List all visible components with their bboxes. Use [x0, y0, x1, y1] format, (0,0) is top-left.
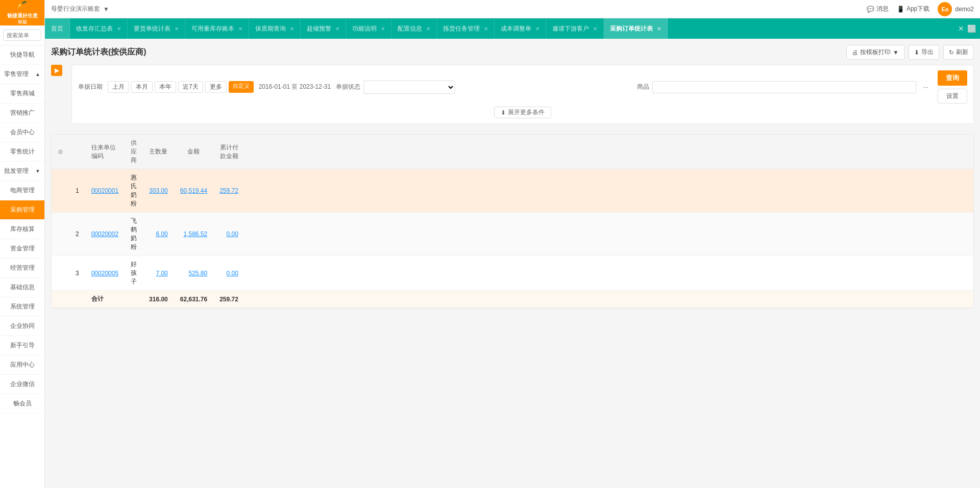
tab-yaoqing-label: 邀请下游客户 — [552, 24, 589, 33]
row-paid: 0.00 — [213, 256, 244, 291]
date-this-year-btn[interactable]: 本年 — [155, 81, 176, 93]
goods-filter-label: 商品 — [637, 83, 649, 91]
tab-shoufuhuizong[interactable]: 收发存汇总表 ✕ — [70, 18, 128, 39]
tab-gongneng-label: 功能说明 — [352, 24, 377, 33]
tab-peihuorenwu[interactable]: 拣货任务管理 ✕ — [437, 18, 495, 39]
tab-close-icon[interactable]: ✕ — [175, 26, 179, 32]
tab-close-icon[interactable]: ✕ — [238, 26, 242, 32]
row-supplier: 惠氏奶粉 — [125, 169, 143, 213]
tab-yaoqing[interactable]: 邀请下游客户 ✕ — [546, 18, 604, 39]
tab-yaohuo[interactable]: 要货单统计表 ✕ — [128, 18, 185, 39]
row-amount: 60,519.44 — [174, 169, 213, 213]
tab-close-icon[interactable]: ✕ — [657, 26, 661, 32]
tab-baozhi[interactable]: 保质期查询 ✕ — [249, 18, 301, 39]
tab-chengbentiaozheng[interactable]: 成本调整单 ✕ — [495, 18, 546, 39]
row-code: 00020002 — [85, 213, 125, 256]
sidebar-item-xitong[interactable]: 系统管理 — [0, 297, 44, 317]
search-input[interactable] — [3, 30, 41, 41]
sidebar-item-zijinguanli[interactable]: 资金管理 — [0, 239, 44, 259]
chevron-down-icon: ▼ — [35, 168, 40, 174]
app-download-btn[interactable]: 📱 App下载 — [897, 5, 929, 13]
workspace-dropdown-icon[interactable]: ▼ — [103, 6, 109, 13]
workspace-label: 母婴行业演示账套 — [51, 5, 100, 13]
sidebar-item-jingyingguanli[interactable]: 经营管理 — [0, 259, 44, 278]
tab-keyongliang[interactable]: 可用量库存账本 ✕ — [185, 18, 249, 39]
row-code-link[interactable]: 00020001 — [91, 187, 118, 194]
print-button[interactable]: 🖨 按模板打印 ▼ — [846, 45, 904, 60]
col-settings-icon[interactable]: ⚙ — [58, 148, 63, 156]
tab-maximize-icon[interactable]: ⬜ — [967, 24, 976, 33]
tab-peizhi[interactable]: 配置信息 ✕ — [391, 18, 437, 39]
table-footer-row: 合计 316.00 62,631.76 259.72 — [52, 291, 973, 308]
sidebar-item-changhui[interactable]: 畅会员 — [0, 394, 44, 414]
sidebar-item-lingsoushangcheng[interactable]: 零售商城 — [0, 84, 44, 104]
row-paid: 259.72 — [213, 169, 244, 213]
tab-caigoudindan[interactable]: 采购订单统计表 ✕ — [604, 18, 668, 39]
row-qty: 7.00 — [143, 256, 174, 291]
expand-conditions-btn[interactable]: ⬇ 展开更多条件 — [494, 107, 551, 118]
sidebar-item-yingxiaotuiguang[interactable]: 营销推广 — [0, 104, 44, 123]
sidebar-item-kuaijiedaohang[interactable]: 快捷导航 — [0, 45, 44, 65]
footer-qty: 316.00 — [143, 291, 174, 308]
tab-close-icon[interactable]: ✕ — [117, 26, 121, 32]
export-button[interactable]: ⬇ 导出 — [909, 45, 939, 60]
tab-home[interactable]: 首页 — [45, 18, 70, 39]
tab-close-icon[interactable]: ✕ — [535, 26, 540, 32]
main-area: 母婴行业演示账套 ▼ 💬 消息 📱 App下载 Ea demo2 首页 收发存汇… — [45, 0, 980, 488]
sidebar-item-xinshou[interactable]: 新手引导 — [0, 336, 44, 355]
status-filter-select[interactable] — [363, 81, 455, 94]
message-btn[interactable]: 💬 消息 — [867, 5, 889, 13]
sidebar-item-qiyeweixin[interactable]: 企业微信 — [0, 375, 44, 394]
sidebar-item-lingshoutongji[interactable]: 零售统计 — [0, 142, 44, 162]
status-filter-label: 单据状态 — [336, 83, 360, 91]
tab-close-icon[interactable]: ✕ — [290, 26, 294, 32]
row-paid: 0.00 — [213, 213, 244, 256]
sidebar-item-huiyuanzhongxin[interactable]: 会员中心 — [0, 123, 44, 142]
date-more-btn[interactable]: 更多 — [205, 81, 227, 93]
sidebar-item-jichu[interactable]: 基础信息 — [0, 278, 44, 297]
tab-chaochuyujing[interactable]: 超储预警 ✕ — [301, 18, 346, 39]
settings-button[interactable]: 设置 — [938, 89, 967, 104]
tab-close-icon[interactable]: ✕ — [593, 26, 597, 32]
row-code: 00020005 — [85, 256, 125, 291]
date-last-month-btn[interactable]: 上月 — [108, 81, 129, 93]
sidebar-item-qiyexietong[interactable]: 企业协同 — [0, 317, 44, 336]
sidebar-item-lingshougaunli[interactable]: 零售管理 ▲ — [0, 65, 44, 84]
row-amount: 1,586.52 — [174, 213, 213, 256]
table-row[interactable]: 2 00020002 飞鹤奶粉 6.00 1,586.52 — [52, 213, 973, 256]
date-filter-label: 单据日期 — [78, 83, 103, 91]
app-logo: 🍊 畅捷通好生意 标版 — [0, 0, 44, 25]
table-row[interactable]: 3 00020005 好孩子 7.00 525.80 — [52, 256, 973, 291]
date-this-month-btn[interactable]: 本月 — [131, 81, 153, 93]
date-last7-btn[interactable]: 近7天 — [178, 81, 203, 93]
table-row[interactable]: 1 00020001 惠氏奶粉 303.00 60,519.44 — [52, 169, 973, 213]
tab-close-icon[interactable]: ✕ — [426, 26, 430, 32]
user-badge[interactable]: Ea demo2 — [938, 2, 974, 16]
tab-close-icon[interactable]: ✕ — [484, 26, 488, 32]
goods-filter-input[interactable] — [652, 81, 916, 93]
tabbar: 首页 收发存汇总表 ✕ 要货单统计表 ✕ 可用量库存账本 ✕ 保质期查询 ✕ 超… — [45, 18, 980, 39]
sidebar-item-caigouguanli[interactable]: 采购管理 — [0, 200, 44, 220]
query-button[interactable]: 查询 — [938, 70, 967, 86]
tab-close-all-icon[interactable]: ✕ — [958, 24, 964, 33]
logo-icon: 🍊 — [17, 1, 28, 12]
tab-close-icon[interactable]: ✕ — [381, 26, 385, 32]
tab-gongneng[interactable]: 功能说明 ✕ — [346, 18, 391, 39]
tab-close-icon[interactable]: ✕ — [335, 26, 339, 32]
date-custom-badge[interactable]: 自定义 — [229, 81, 254, 93]
sidebar-item-yingyong[interactable]: 应用中心 — [0, 355, 44, 375]
collapse-toggle-btn[interactable]: ▶ — [51, 65, 62, 76]
row-supplier: 飞鹤奶粉 — [125, 213, 143, 256]
row-settings — [52, 256, 69, 291]
more-filter-btn[interactable]: ··· — [919, 82, 933, 93]
sidebar-item-kucunhesuan[interactable]: 库存核算 — [0, 220, 44, 239]
tab-caigoudindan-label: 采购订单统计表 — [610, 24, 653, 33]
refresh-button[interactable]: ↻ 刷新 — [943, 45, 974, 60]
tab-chaochuyujing-label: 超储预警 — [307, 24, 331, 33]
data-table: ⚙ 往来单位编码 供应商 主数量 金额 累计付款金额 — [52, 135, 973, 308]
sidebar-item-pifaguanli[interactable]: 批发管理 ▼ — [0, 162, 44, 181]
row-code-link[interactable]: 00020002 — [91, 230, 118, 238]
page-header: 采购订单统计表(按供应商) 🖨 按模板打印 ▼ ⬇ 导出 ↻ 刷新 — [51, 45, 974, 60]
row-code-link[interactable]: 00020005 — [91, 270, 118, 277]
sidebar-item-dianshaoguanli[interactable]: 电商管理 — [0, 181, 44, 200]
